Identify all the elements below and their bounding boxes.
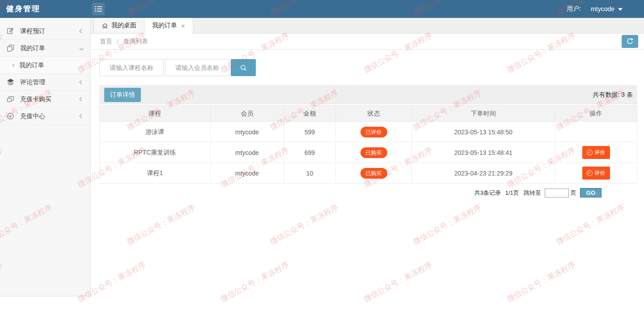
col-member: 会员 — [210, 106, 284, 122]
table-row: 课程1mtycode10已购买2023-04-23 21:29:29✓评价 — [100, 163, 637, 184]
chevron-left-icon — [80, 29, 84, 34]
order-table-body: 游泳课mtycode599已评价2023-05-13 15:48:50RPTC康… — [100, 122, 637, 184]
review-button-label: 评价 — [595, 149, 606, 156]
sidebar-item-recharge-center[interactable]: ¥ 充值中心 — [0, 108, 90, 125]
topbar: 健身管理 用户: mtycode — [0, 0, 644, 18]
hamburger-list-icon — [94, 5, 102, 13]
user-area: 用户: mtycode — [567, 0, 623, 18]
sidebar-toggle-button[interactable] — [92, 3, 105, 15]
user-label: 用户: — [567, 5, 581, 13]
sidebar-item-my-orders[interactable]: 我的订单 — [0, 40, 90, 57]
records-count-text: 共3条记录 — [474, 189, 500, 197]
home-icon — [102, 22, 108, 29]
sidebar: 课程预订 我的订单 我的订单 评论管理 — [0, 18, 91, 296]
chevron-left-icon — [80, 80, 84, 85]
review-button-label: 评价 — [595, 169, 606, 177]
cell-action: ✓评价 — [555, 142, 637, 163]
check-circle-icon: ✓ — [587, 150, 593, 155]
cell-member: mtycode — [210, 142, 284, 163]
recharge-center-icon: ¥ — [7, 112, 14, 120]
cell-order-time: 2023-05-13 15:48:50 — [412, 122, 555, 142]
cell-action: ✓评价 — [555, 163, 637, 184]
cell-status: 已购买 — [335, 142, 412, 163]
table-toolbar: 订单详情 共有数据: 3 条 — [99, 85, 637, 104]
status-badge: 已评价 — [360, 127, 387, 137]
breadcrumb: 首页 / 查询列表 — [91, 34, 644, 50]
search-icon — [240, 64, 247, 72]
sidebar-subitem-label: 我的订单 — [19, 61, 83, 69]
col-amount: 金额 — [284, 106, 335, 122]
comments-icon — [7, 78, 14, 86]
cell-status: 已购买 — [335, 163, 412, 184]
recharge-card-icon — [7, 95, 14, 103]
tab-my-orders[interactable]: 我的订单 × — [144, 18, 193, 34]
sidebar-item-label: 充值中心 — [20, 112, 80, 120]
table-header-row: 课程 会员 金额 状态 下单时间 操作 — [100, 106, 637, 122]
cell-course: 课程1 — [100, 163, 211, 184]
cell-action — [555, 122, 637, 142]
col-course: 课程 — [100, 106, 211, 122]
breadcrumb-home[interactable]: 首页 — [100, 38, 112, 46]
sidebar-item-comment-management[interactable]: 评论管理 — [0, 74, 90, 91]
chevron-left-icon — [80, 114, 84, 119]
sidebar-subitem-my-orders[interactable]: 我的订单 — [0, 57, 90, 74]
sidebar-item-course-booking[interactable]: 课程预订 — [0, 23, 90, 40]
tab-my-desktop[interactable]: 我的桌面 — [93, 18, 144, 33]
refresh-icon — [626, 38, 634, 45]
table-row: 游泳课mtycode599已评价2023-05-13 15:48:50 — [100, 122, 637, 142]
cell-member: mtycode — [210, 122, 284, 142]
go-button[interactable]: GO — [580, 188, 602, 197]
jump-page-input[interactable] — [545, 189, 569, 197]
refresh-button[interactable] — [622, 35, 638, 48]
sidebar-item-label: 课程预订 — [20, 27, 80, 35]
chevron-left-icon — [80, 97, 84, 102]
orders-table: 课程 会员 金额 状态 下单时间 操作 游泳课mtycode599已评价2023… — [99, 105, 637, 184]
status-badge: 已购买 — [360, 147, 387, 158]
member-name-input[interactable] — [165, 59, 229, 76]
breadcrumb-separator: / — [117, 38, 119, 45]
cell-status: 已评价 — [335, 122, 412, 142]
table-row: RPTC康复训练mtycode699已购买2023-05-13 15:48:41… — [100, 142, 637, 163]
search-row — [99, 59, 637, 76]
status-badge: 已购买 — [360, 168, 387, 179]
cell-order-time: 2023-04-23 21:29:29 — [412, 163, 555, 184]
app-title: 健身管理 — [6, 0, 40, 18]
tab-label: 我的桌面 — [111, 21, 136, 30]
main-area: 我的桌面 我的订单 × 首页 / 查询列表 — [91, 18, 644, 313]
sidebar-item-label: 充值卡购买 — [20, 95, 80, 103]
page-indicator-text: 1/1页 — [505, 189, 519, 197]
caret-down-icon[interactable] — [618, 8, 623, 11]
col-order-time: 下单时间 — [412, 106, 555, 122]
sidebar-item-recharge-card[interactable]: 充值卡购买 — [0, 91, 90, 108]
pagination: 共3条记录 1/1页 跳转至 页 GO — [99, 188, 637, 197]
cell-amount: 10 — [284, 163, 335, 184]
cell-amount: 599 — [284, 122, 335, 142]
check-circle-icon: ✓ — [587, 170, 593, 176]
sidebar-item-label: 我的订单 — [20, 44, 80, 52]
tab-strip: 我的桌面 我的订单 × — [91, 18, 644, 34]
sidebar-item-label: 评论管理 — [20, 78, 80, 86]
page-unit-label: 页 — [571, 189, 576, 197]
tab-label: 我的订单 — [152, 21, 177, 30]
search-button[interactable] — [231, 59, 256, 76]
order-detail-button[interactable]: 订单详情 — [104, 88, 141, 102]
jump-to-label: 跳转至 — [524, 189, 541, 197]
review-button[interactable]: ✓评价 — [582, 167, 610, 180]
svg-text:¥: ¥ — [9, 114, 12, 119]
chevron-down-icon — [80, 46, 84, 51]
user-name-dropdown[interactable]: mtycode — [591, 5, 614, 13]
content: 订单详情 共有数据: 3 条 课程 会员 金额 状态 下单时间 操作 游泳课mt… — [91, 50, 644, 197]
cell-course: RPTC康复训练 — [100, 142, 211, 163]
cell-member: mtycode — [210, 163, 284, 184]
review-button[interactable]: ✓评价 — [582, 146, 610, 159]
total-count-text: 共有数据: 3 条 — [593, 91, 633, 99]
course-booking-icon — [7, 27, 14, 35]
chevron-right-icon — [11, 64, 14, 67]
col-status: 状态 — [335, 106, 412, 122]
course-name-input[interactable] — [99, 59, 164, 76]
col-actions: 操作 — [555, 106, 637, 122]
my-orders-icon — [7, 44, 14, 52]
close-icon[interactable]: × — [181, 22, 185, 29]
cell-amount: 699 — [284, 142, 335, 163]
cell-order-time: 2023-05-13 15:48:41 — [412, 142, 555, 163]
